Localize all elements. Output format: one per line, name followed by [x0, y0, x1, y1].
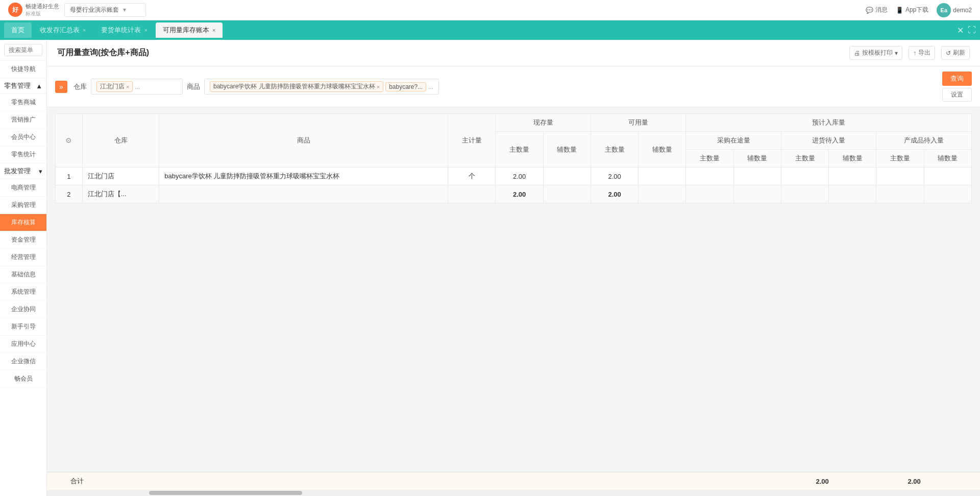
footer-total-table: 合计 2.00 2.00: [47, 473, 980, 490]
chevron-icon: ▲: [36, 82, 42, 90]
query-btn[interactable]: 查询: [942, 72, 972, 86]
footer-current-aux: [845, 473, 891, 490]
row1-purchase-aux: [733, 168, 781, 185]
sidebar-item-retail-mgmt[interactable]: 零售管理 ▲: [0, 78, 46, 94]
tab-available-stock[interactable]: 可用量库存账本 ×: [156, 22, 223, 38]
product-more[interactable]: ...: [428, 83, 433, 90]
warehouse-label: 仓库: [74, 82, 87, 91]
tab-home[interactable]: 首页: [4, 22, 32, 38]
sidebar-item-enterprise[interactable]: 企业协同: [0, 301, 46, 318]
home-tab-label: 首页: [11, 26, 24, 35]
table-row: 1 江北门店 babycare学饮杯 儿童防摔防撞吸管杯重力球吸嘴杯宝宝水杯 个…: [56, 168, 972, 185]
sidebar-item-inventory[interactable]: 库存核算: [0, 214, 46, 231]
sidebar-item-retail-mall[interactable]: 零售商城: [0, 94, 46, 111]
logo-icon: 好: [8, 3, 22, 17]
row1-avail-main: 2.00: [591, 168, 638, 185]
product-label: 商品: [187, 82, 200, 91]
sidebar-item-purchase[interactable]: 采购管理: [0, 197, 46, 214]
content-area: 可用量查询(按仓库+商品) 🖨 按模板打印 ▾ ↑ 导出 ↺ 刷新 »: [47, 40, 980, 496]
inbound-aux-header: 辅数量: [829, 150, 876, 168]
summary-tab-label: 收发存汇总表: [40, 26, 80, 35]
message-btn[interactable]: 💬 消息: [866, 6, 888, 14]
message-label: 消息: [875, 6, 888, 14]
row1-inbound-aux: [829, 168, 876, 185]
download-label: App下载: [905, 6, 928, 14]
user-area[interactable]: Ea demo2: [937, 3, 972, 17]
product-input[interactable]: babycare学饮杯 儿童防摔防撞吸管杯重力球吸嘴杯宝宝水杯 × babyca…: [204, 79, 439, 95]
avatar: Ea: [937, 3, 951, 17]
close-available-stock-tab[interactable]: ×: [212, 27, 215, 33]
export-btn[interactable]: ↑ 导出: [909, 46, 935, 60]
sidebar-item-member2[interactable]: 畅会员: [0, 370, 46, 388]
settings-btn[interactable]: 设置: [942, 88, 972, 102]
row2-unit: [448, 185, 496, 203]
scrollbar-area[interactable]: [47, 490, 980, 496]
close-summary-tab[interactable]: ×: [83, 27, 86, 33]
page-actions: 🖨 按模板打印 ▾ ↑ 导出 ↺ 刷新: [849, 46, 970, 60]
row2-current-aux: [543, 185, 591, 203]
footer-label: 合计: [65, 473, 127, 490]
scroll-thumb[interactable]: [149, 491, 302, 495]
product-tag1: babycare学饮杯 儿童防摔防撞吸管杯重力球吸嘴杯宝宝水杯 ×: [210, 81, 383, 92]
chevron-down-icon: ▾: [123, 6, 126, 13]
row2-warehouse: 江北门店【...: [82, 185, 159, 203]
tab-order-stat[interactable]: 要货单统计表 ×: [94, 22, 154, 38]
row1-avail-aux: [639, 168, 686, 185]
row1-purchase-main: [686, 168, 733, 185]
product-tag2: babycare?...: [385, 82, 426, 91]
sidebar-item-quick-nav[interactable]: 快捷导航: [0, 61, 46, 78]
row1-product-main: [876, 168, 924, 185]
sidebar-item-app-center[interactable]: 应用中心: [0, 336, 46, 353]
row1-warehouse: 江北门店: [82, 168, 159, 185]
tab-summary[interactable]: 收发存汇总表 ×: [33, 22, 93, 38]
nav-expand-btn[interactable]: ⛶: [968, 26, 976, 35]
row2-index: 2: [56, 185, 83, 203]
main-layout: 快捷导航 零售管理 ▲ 零售商城 营销推广 会员中心 零售统计 批发管理 ▾ 电…: [0, 40, 980, 496]
sidebar-item-marketing[interactable]: 营销推广: [0, 111, 46, 129]
tenant-name: 母婴行业演示账套: [70, 6, 119, 14]
remove-product-tag1[interactable]: ×: [377, 84, 380, 90]
sidebar-item-basic-info[interactable]: 基础信息: [0, 266, 46, 284]
current-aux-header: 辅数量: [543, 132, 591, 168]
warehouse-input[interactable]: 江北门店 × ...: [91, 79, 183, 95]
remove-warehouse-tag[interactable]: ×: [126, 84, 129, 90]
refresh-btn[interactable]: ↺ 刷新: [941, 46, 970, 60]
footer-rest: [937, 473, 980, 490]
incoming-header: 进货待入量: [781, 132, 876, 150]
page-title: 可用量查询(按仓库+商品): [57, 48, 149, 58]
sidebar-item-member[interactable]: 会员中心: [0, 129, 46, 146]
app-download-btn[interactable]: 📱 App下载: [896, 6, 928, 14]
logo-text: 畅捷通好生意: [26, 3, 59, 10]
top-bar-right: 💬 消息 📱 App下载 Ea demo2: [866, 3, 972, 17]
warehouse-more[interactable]: ...: [135, 83, 140, 90]
row2-product-main: [876, 185, 924, 203]
sidebar-item-retail-stat[interactable]: 零售统计: [0, 146, 46, 163]
print-btn[interactable]: 🖨 按模板打印 ▾: [849, 46, 902, 60]
product-pending-header: 产成品待入量: [876, 132, 972, 150]
search-input[interactable]: [4, 44, 42, 56]
table-container: ⚙ 仓库 商品 主计量 现存量 可用量 预计入库量 主数量 辅数量 主数量 辅数…: [47, 107, 980, 471]
sidebar-item-wechat[interactable]: 企业微信: [0, 353, 46, 370]
tenant-selector[interactable]: 母婴行业演示账套 ▾: [64, 3, 146, 17]
chevron-down-icon: ▾: [39, 168, 42, 175]
gear-header[interactable]: ⚙: [56, 114, 83, 168]
close-order-stat-tab[interactable]: ×: [144, 27, 147, 33]
settings-gear-icon[interactable]: ⚙: [65, 136, 72, 145]
sidebar-item-operations[interactable]: 经营管理: [0, 249, 46, 266]
avail-main-header: 主数量: [591, 132, 638, 168]
avail-aux-header: 辅数量: [639, 132, 686, 168]
sidebar-item-system[interactable]: 系统管理: [0, 284, 46, 301]
sidebar: 快捷导航 零售管理 ▲ 零售商城 营销推广 会员中心 零售统计 批发管理 ▾ 电…: [0, 40, 47, 496]
row2-product: [159, 185, 448, 203]
footer-avail-main: 2.00: [891, 473, 937, 490]
sidebar-item-wholesale-mgmt[interactable]: 批发管理 ▾: [0, 163, 46, 179]
row1-unit: 个: [448, 168, 496, 185]
expand-filter-btn[interactable]: »: [55, 81, 67, 93]
product-header: 商品: [159, 114, 448, 168]
sidebar-item-ecommerce[interactable]: 电商管理: [0, 179, 46, 197]
sidebar-item-finance[interactable]: 资金管理: [0, 231, 46, 249]
sidebar-item-guide[interactable]: 新手引导: [0, 318, 46, 336]
row2-purchase-main: [686, 185, 733, 203]
logo-text-area: 畅捷通好生意 标准版: [26, 3, 59, 17]
nav-close-btn[interactable]: ✕: [957, 26, 964, 35]
